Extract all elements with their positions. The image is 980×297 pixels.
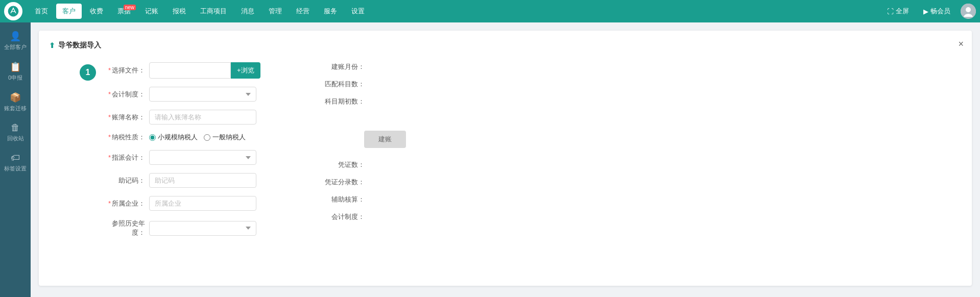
page-title: 导爷数据导入 (58, 41, 101, 50)
history-select[interactable] (149, 221, 256, 236)
tax-small-label[interactable]: 小规模纳税人 (149, 133, 198, 142)
assign-select[interactable] (149, 150, 256, 165)
nav-item-tax[interactable]: 报税 (166, 4, 192, 19)
voucher-label: 凭证数： (319, 160, 365, 169)
ledger-row: *账簿名称： (104, 110, 298, 125)
accounting-label: *会计制度： (104, 90, 145, 99)
close-button[interactable]: × (958, 39, 964, 50)
sidebar-label-all-clients: 全部客户 (4, 43, 27, 51)
tax-radio-group: 小规模纳税人 一般纳税人 (149, 133, 246, 142)
new-badge: new (124, 5, 136, 10)
form-container: 1 *选择文件： +浏览 (49, 62, 962, 237)
company-row: *所属企业： (104, 196, 298, 211)
browse-button[interactable]: +浏览 (231, 62, 260, 79)
card-title: ⬆ 导爷数据导入 (49, 41, 962, 50)
company-input[interactable] (149, 196, 256, 211)
tax-small-text: 小规模纳税人 (158, 133, 198, 142)
vip-btn[interactable]: ▶ 畅会员 (919, 5, 954, 18)
sidebar-item-all-clients[interactable]: 👤 全部客户 (2, 27, 29, 55)
fullscreen-label: 全屏 (896, 7, 909, 16)
memo-row: 助记码： (104, 173, 298, 188)
nav-item-home[interactable]: 首页 (29, 4, 54, 19)
history-row: 参照历史年度： (104, 219, 298, 237)
tax-general-text: 一般纳税人 (212, 133, 246, 142)
fullscreen-icon: ⛶ (887, 8, 894, 15)
fullscreen-btn[interactable]: ⛶ 全屏 (883, 5, 913, 18)
memo-label: 助记码： (104, 176, 145, 185)
import-card: ⬆ 导爷数据导入 × 1 *选择文件： +浏览 (39, 31, 972, 286)
file-input-group: +浏览 (149, 62, 260, 79)
memo-input[interactable] (149, 173, 256, 188)
main-content: ⬆ 导爷数据导入 × 1 *选择文件： +浏览 (31, 22, 980, 297)
sidebar-item-migration[interactable]: 📦 账套迁移 (2, 88, 29, 116)
aux-row: 辅助核算： (319, 195, 451, 204)
month-row: 建账月份： (319, 62, 451, 71)
period-row: 科目期初数： (319, 97, 451, 106)
month-label: 建账月份： (319, 62, 365, 71)
nav-right: ⛶ 全屏 ▶ 畅会员 (883, 4, 976, 19)
accounting-row: *会计制度： (104, 87, 298, 102)
sidebar-label-migration: 账套迁移 (4, 105, 27, 112)
nav-item-fees[interactable]: 收费 (84, 4, 109, 19)
nav-item-message[interactable]: 消息 (235, 4, 260, 19)
user-icon: 👤 (10, 31, 21, 42)
trash-icon: 🗑 (11, 122, 20, 133)
vip-label: 畅会员 (930, 7, 950, 16)
ledger-input[interactable] (149, 110, 256, 125)
tax-row: *纳税性质： 小规模纳税人 一般纳税人 (104, 133, 298, 142)
sidebar: 👤 全部客户 📋 0申报 📦 账套迁移 🗑 回收站 🏷 标签设置 (0, 22, 31, 297)
company-label: *所属企业： (104, 199, 145, 208)
nav-item-operation[interactable]: 经营 (290, 4, 316, 19)
nav-item-invoices[interactable]: 票据 new (111, 4, 137, 19)
step-badge: 1 (80, 64, 96, 81)
sidebar-item-declaration[interactable]: 📋 0申报 (2, 57, 29, 86)
declaration-icon: 📋 (10, 61, 21, 72)
file-label: *选择文件： (104, 66, 145, 75)
sidebar-label-declaration: 0申报 (8, 74, 22, 82)
nav-items: 首页 客户 收费 票据 new 记账 报税 工商项目 消息 管理 经营 服务 设… (29, 4, 883, 19)
top-nav: 首页 客户 收费 票据 new 记账 报税 工商项目 消息 管理 经营 服务 设… (0, 0, 980, 22)
nav-item-bookkeeping[interactable]: 记账 (139, 4, 164, 19)
form-section-right: 建账月份： 匹配科目数： 科目期初数： 建账 凭证数： (319, 62, 451, 237)
nav-item-clients[interactable]: 客户 (56, 4, 82, 19)
voucher-entries-label: 凭证分录数： (319, 178, 365, 187)
sidebar-item-trash[interactable]: 🗑 回收站 (2, 118, 29, 146)
accounting-select[interactable] (149, 87, 256, 102)
system-label: 会计制度： (319, 212, 365, 221)
sidebar-item-tags[interactable]: 🏷 标签设置 (2, 148, 29, 177)
upload-icon: ⬆ (49, 41, 55, 50)
assign-row: *指派会计： (104, 150, 298, 165)
form-section-left: 1 *选择文件： +浏览 (80, 62, 298, 237)
period-label: 科目期初数： (319, 97, 365, 106)
migration-icon: 📦 (10, 92, 21, 103)
history-label: 参照历史年度： (104, 219, 145, 237)
nav-item-business[interactable]: 工商项目 (194, 4, 233, 19)
form-fields: *选择文件： +浏览 *会计制度： (104, 62, 298, 237)
submit-button[interactable]: 建账 (364, 131, 406, 148)
assign-label: *指派会计： (104, 153, 145, 162)
nav-item-admin[interactable]: 管理 (262, 4, 288, 19)
ledger-label: *账簿名称： (104, 113, 145, 122)
tax-small-radio[interactable] (149, 134, 156, 141)
file-row: *选择文件： +浏览 (104, 62, 298, 79)
aux-label: 辅助核算： (319, 195, 365, 204)
vip-icon: ▶ (923, 8, 928, 15)
voucher-entries-row: 凭证分录数： (319, 178, 451, 187)
match-label: 匹配科目数： (319, 80, 365, 89)
tax-general-radio[interactable] (204, 134, 210, 141)
svg-point-2 (966, 7, 971, 12)
tag-icon: 🏷 (11, 153, 20, 163)
voucher-row: 凭证数： (319, 160, 451, 169)
nav-item-service[interactable]: 服务 (318, 4, 343, 19)
sidebar-label-trash: 回收站 (7, 135, 24, 142)
tax-label: *纳税性质： (104, 133, 145, 142)
tax-general-label[interactable]: 一般纳税人 (204, 133, 246, 142)
nav-item-settings[interactable]: 设置 (345, 4, 371, 19)
logo (4, 2, 22, 20)
sidebar-label-tags: 标签设置 (4, 165, 27, 172)
file-input[interactable] (149, 62, 231, 79)
system-row: 会计制度： (319, 212, 451, 221)
avatar[interactable] (961, 4, 976, 19)
match-row: 匹配科目数： (319, 80, 451, 89)
